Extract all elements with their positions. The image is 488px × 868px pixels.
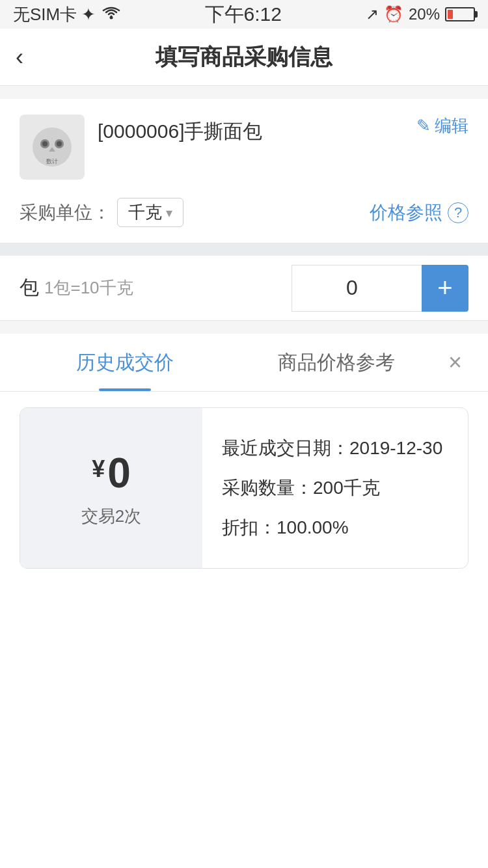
chevron-down-icon: ▾ — [166, 205, 172, 221]
date-value: 2019-12-30 — [349, 438, 442, 458]
tabs-section: 历史成交价 商品价格参考 × ¥ 0 交易2次 最近成交日期：2019-12-3… — [0, 334, 488, 584]
price-value: 0 — [107, 449, 131, 497]
quantity-control: + — [291, 265, 468, 312]
currency-symbol: ¥ — [92, 455, 105, 483]
svg-point-4 — [42, 141, 47, 146]
unit-label-group: 包 1包=10千克 — [20, 275, 291, 301]
date-label: 最近成交日期： — [222, 438, 349, 458]
carrier-label: 无SIM卡 ✦ — [13, 3, 96, 26]
product-header: 数计 [0000006]手撕面包 ✎ 编辑 — [20, 115, 468, 180]
status-right: ↗ ⏰ 20% — [366, 5, 475, 23]
unit-label: 采购单位： — [20, 200, 111, 225]
card-price: ¥ 0 — [92, 449, 131, 497]
card-container: ¥ 0 交易2次 最近成交日期：2019-12-30 采购数量：200千克 折扣… — [0, 392, 488, 584]
unit-left: 采购单位： 千克 ▾ — [20, 198, 183, 227]
section-divider — [0, 243, 488, 256]
price-ref-label: 价格参照 — [370, 200, 442, 225]
quantity-label: 采购数量： — [222, 478, 313, 498]
status-time: 下午6:12 — [205, 1, 282, 28]
discount-label: 折扣： — [222, 517, 277, 537]
price-ref-button[interactable]: 价格参照 ? — [370, 200, 468, 225]
page-background-fill — [0, 584, 488, 868]
tab-active-indicator — [99, 388, 151, 391]
quantity-input[interactable] — [291, 265, 422, 312]
discount-row: 折扣：100.00% — [222, 513, 448, 543]
edit-icon: ✎ — [416, 116, 431, 136]
discount-value: 100.00% — [277, 517, 349, 537]
product-left: 数计 [0000006]手撕面包 — [20, 115, 262, 180]
close-button[interactable]: × — [442, 342, 468, 383]
back-button[interactable]: ‹ — [16, 44, 23, 71]
edit-label: 编辑 — [435, 115, 468, 137]
tab-product-price[interactable]: 商品价格参考 — [230, 334, 441, 391]
unit-value: 千克 — [128, 201, 162, 224]
quantity-row: 采购数量：200千克 — [222, 474, 448, 503]
product-logo: 数计 — [29, 124, 75, 170]
product-name: [0000006]手撕面包 — [98, 118, 262, 145]
status-left: 无SIM卡 ✦ — [13, 3, 120, 26]
card-right: 最近成交日期：2019-12-30 采购数量：200千克 折扣：100.00% — [202, 408, 468, 568]
battery-percent: 20% — [409, 5, 440, 23]
wifi-icon — [102, 5, 120, 25]
svg-text:数计: 数计 — [46, 158, 58, 165]
tab-history-label: 历史成交价 — [76, 349, 174, 376]
edit-button[interactable]: ✎ 编辑 — [416, 115, 468, 137]
nav-bar: ‹ 填写商品采购信息 — [0, 29, 488, 86]
history-card: ¥ 0 交易2次 最近成交日期：2019-12-30 采购数量：200千克 折扣… — [20, 407, 468, 569]
unit-box-label: 包 — [20, 275, 39, 301]
tabs-header: 历史成交价 商品价格参考 × — [0, 334, 488, 392]
page-title: 填写商品采购信息 — [156, 42, 332, 72]
product-unit-row: 采购单位： 千克 ▾ 价格参照 ? — [20, 198, 468, 227]
quantity-section: 包 1包=10千克 + — [0, 256, 488, 321]
transactions-label: 交易2次 — [81, 505, 141, 528]
tab-product-label: 商品价格参考 — [278, 349, 395, 376]
quantity-value: 200千克 — [313, 478, 380, 498]
unit-sub-label: 1包=10千克 — [44, 277, 133, 299]
status-bar: 无SIM卡 ✦ 下午6:12 ↗ ⏰ 20% — [0, 0, 488, 29]
alarm-icon: ⏰ — [384, 5, 403, 23]
svg-point-0 — [110, 16, 113, 19]
product-section: 数计 [0000006]手撕面包 ✎ 编辑 采购单位： 千克 ▾ 价格参照 ? — [0, 99, 488, 243]
svg-point-5 — [57, 141, 62, 146]
question-icon: ? — [448, 202, 468, 223]
tab-history-price[interactable]: 历史成交价 — [20, 334, 230, 391]
plus-button[interactable]: + — [422, 265, 468, 312]
card-left: ¥ 0 交易2次 — [20, 408, 202, 568]
unit-select[interactable]: 千克 ▾ — [117, 198, 183, 227]
location-icon: ↗ — [366, 5, 379, 23]
battery-icon — [445, 7, 475, 21]
date-row: 最近成交日期：2019-12-30 — [222, 434, 448, 463]
product-image: 数计 — [20, 115, 85, 180]
